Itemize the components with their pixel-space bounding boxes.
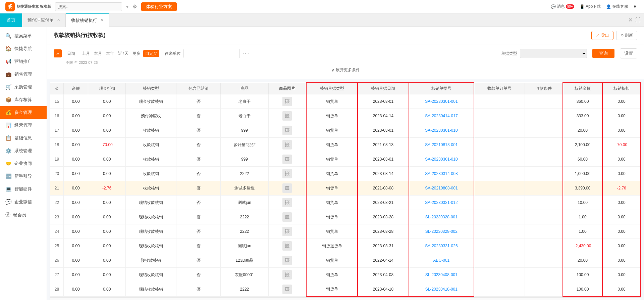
solution-button[interactable]: 体验行业方案 [141, 2, 177, 11]
date-btn-last7[interactable]: 近7天 [117, 50, 130, 57]
voucher-no-link[interactable]: SA-20230314-008 [425, 171, 458, 176]
sidebar-item-inventory[interactable]: 📦 库存核算 [0, 93, 47, 106]
app-download-area[interactable]: 📱 App下载 [580, 4, 601, 9]
sidebar-item-basic[interactable]: 📋 基础信息 [0, 132, 47, 144]
refresh-button[interactable]: ↺ 刷新 [616, 31, 637, 40]
voucher-no-link[interactable]: SL-20230408-001 [425, 272, 458, 277]
sidebar-item-business[interactable]: 📊 经营管理 [0, 119, 47, 132]
finance-icon: 💰 [5, 110, 12, 116]
table-row: 16 0.00 0.00 预付冲应收 否 老白干 🖼 销货单 2023-04-1… [50, 109, 641, 123]
online-service-area[interactable]: 👤 在线客服 [606, 4, 628, 9]
settings-gear-icon[interactable]: ⚙ [132, 3, 137, 10]
logo-text: 畅捷通好生意 标准版 [17, 4, 51, 9]
row-cancel-voucher-date: 2021-08-13 [358, 138, 409, 152]
sidebar-item-marketing[interactable]: 📢 营销推广 [0, 55, 47, 68]
th-cancel-type: 核销类型 [126, 83, 176, 94]
tab-maximize-icon[interactable]: ⛶ [635, 17, 641, 23]
from-unit-input[interactable] [183, 49, 240, 58]
row-cancel-voucher-date: 2023-03-14 [358, 167, 409, 181]
row-cancel-voucher-date: 2022-04-14 [358, 253, 409, 268]
voucher-no-link[interactable]: SL-20230418-001 [425, 287, 458, 292]
table-row: 23 0.00 0.00 现结收款核销 否 2222 🖼 销货单 2023-03… [50, 210, 641, 224]
row-no: 24 [50, 224, 64, 239]
tab-close-all-icon[interactable]: ✕ [628, 17, 633, 23]
tab-prepay[interactable]: 预付冲应付单 ✕ [22, 13, 66, 27]
voucher-no-link[interactable]: SL-20230328-001 [425, 215, 458, 219]
voucher-type-select[interactable] [520, 49, 587, 58]
tab-home[interactable]: 首页 [0, 13, 22, 27]
sidebar-item-system[interactable]: ⚙️ 系统管理 [0, 144, 47, 157]
user-name[interactable]: Rit [634, 4, 639, 9]
date-btn-this-month[interactable]: 本月 [93, 50, 103, 57]
row-balance: 0.00 [64, 123, 88, 138]
table-row: 17 0.00 0.00 收款核销 否 999 🖼 销货单 2023-03-01… [50, 123, 641, 138]
th-balance: 余额 [64, 83, 88, 94]
voucher-no-link[interactable]: SA-20230301-001 [425, 99, 458, 104]
th-cancel-voucher-date: 核销单据日期 [358, 83, 409, 94]
date-btn-custom[interactable]: 自定义 [143, 50, 159, 57]
row-cash-discount: -70.00 [88, 138, 126, 152]
date-btn-last-month[interactable]: 上月 [80, 50, 91, 57]
voucher-no-link[interactable]: SA-20230301-010 [425, 157, 458, 162]
wechat-icon: 💬 [5, 199, 12, 205]
sidebar-label-quick-nav: 快捷导航 [14, 46, 32, 52]
sidebar-item-hardware[interactable]: 💻 智能硬件 [0, 183, 47, 196]
sidebar-item-enterprise[interactable]: 🤝 企业协同 [0, 157, 47, 170]
voucher-no-link[interactable]: ABC-001 [433, 258, 450, 263]
date-btn-more[interactable]: 更多 [131, 50, 142, 57]
row-no: 21 [50, 181, 64, 196]
settings-button[interactable]: 设置 [620, 48, 637, 58]
row-cancel-voucher-no: SA-20230301-010 [409, 152, 474, 167]
sidebar-item-member[interactable]: Ⓥ 畅会员 [0, 208, 47, 221]
voucher-no-link[interactable]: SA-20210813-001 [425, 142, 458, 147]
sidebar-item-sales[interactable]: 💼 销售管理 [0, 68, 47, 81]
sidebar-label-finance: 资金管理 [14, 110, 32, 116]
voucher-no-link[interactable]: SA-20230321-012 [425, 200, 458, 205]
sidebar-item-quick-nav[interactable]: 🏠 快捷导航 [0, 42, 47, 55]
voucher-no-link[interactable]: SA-20230301-010 [425, 128, 458, 133]
row-cancel-voucher-type: 销货单 [306, 138, 358, 152]
voucher-no-link[interactable]: SA-20230331-026 [425, 244, 458, 248]
tab-prepay-close-icon[interactable]: ✕ [57, 18, 60, 22]
tab-collection-close-icon[interactable]: ✕ [101, 18, 104, 23]
row-cancel-voucher-type: 销货单 [306, 282, 358, 297]
export-button[interactable]: ↗ 导出 [591, 31, 613, 40]
th-gear[interactable]: ⚙ [50, 83, 64, 94]
sidebar: 🔍 搜索菜单 🏠 快捷导航 📢 营销推广 💼 销售管理 🛒 采购管理 📦 库存核… [0, 27, 47, 300]
row-cancel-type: 收款核销 [126, 152, 176, 167]
date-range-display: 不限 至 2023-07-26 [54, 60, 637, 65]
row-include-settled: 否 [176, 109, 221, 123]
th-cancel-voucher-no: 核销单据号 [409, 83, 474, 94]
row-cancel-voucher-type: 销货单 [306, 210, 358, 224]
tab-collection[interactable]: 收款核销执行 ✕ [66, 13, 109, 27]
tab-prepay-label: 预付冲应付单 [28, 17, 54, 23]
message-area[interactable]: 💬 消息 99+ [551, 4, 574, 9]
sidebar-item-guide[interactable]: 🆕 新手引导 [0, 170, 47, 183]
filter-collapse-button[interactable]: » [54, 49, 62, 57]
row-include-settled: 否 [176, 152, 221, 167]
top-search-input[interactable] [55, 2, 122, 11]
service-label: 在线客服 [612, 4, 628, 9]
voucher-no-link[interactable]: SA-20210808-001 [425, 186, 458, 190]
row-cancel-voucher-type: 销货单 [306, 253, 358, 268]
sidebar-label-marketing: 营销推广 [14, 58, 32, 65]
row-no: 19 [50, 152, 64, 167]
sidebar-item-purchase[interactable]: 🛒 采购管理 [0, 81, 47, 93]
sidebar-label-guide: 新手引导 [14, 173, 32, 179]
sidebar-item-wechat[interactable]: 💬 企业微信 [0, 196, 47, 208]
search-menu-icon: 🔍 [5, 33, 12, 39]
sidebar-item-search-menu[interactable]: 🔍 搜索菜单 [0, 30, 47, 42]
date-btn-this-year[interactable]: 本年 [105, 50, 115, 57]
voucher-no-link[interactable]: SA-20230414-017 [425, 114, 458, 118]
expand-more-label: 展开更多条件 [336, 67, 360, 73]
voucher-no-link[interactable]: SL-20230328-002 [425, 229, 458, 234]
query-button[interactable]: 查询 [592, 49, 614, 58]
row-cancel-voucher-no: SA-20230301-010 [409, 123, 474, 138]
row-receipt-condition [525, 224, 563, 239]
expand-more-button[interactable]: ∨ 展开更多条件 [54, 65, 637, 75]
sidebar-item-finance[interactable]: 💰 资金管理 [0, 106, 47, 119]
row-cancel-type: 现结收款核销 [126, 210, 176, 224]
row-goods: 999 [221, 123, 269, 138]
search-chevron-icon[interactable]: ▾ [126, 4, 128, 9]
column-gear-icon[interactable]: ⚙ [55, 86, 59, 91]
